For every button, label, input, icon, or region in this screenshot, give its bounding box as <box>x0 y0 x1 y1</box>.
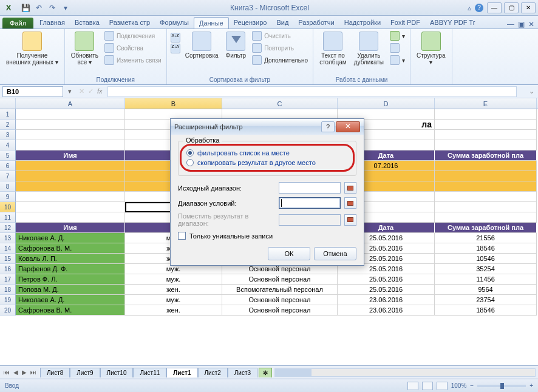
cell[interactable]: 9564 <box>435 285 537 295</box>
pagelayout-view-button[interactable] <box>422 382 433 390</box>
cell[interactable]: 23754 <box>435 295 537 305</box>
ribbon-tab[interactable]: Надстройки <box>339 17 386 29</box>
col-header-D[interactable]: D <box>338 98 435 109</box>
ribbon-tab[interactable]: Главная <box>35 17 70 29</box>
sort-desc-icon[interactable]: Z↓A <box>171 44 180 53</box>
consolidate-button[interactable] <box>389 42 406 53</box>
sheet-tab[interactable]: Лист10 <box>100 368 134 377</box>
cell[interactable]: 23.06.2016 <box>338 295 435 305</box>
ribbon-tab[interactable]: Вставка <box>70 17 104 29</box>
dialog-titlebar[interactable]: Расширенный фильтр ? ✕ <box>171 119 364 135</box>
row-header[interactable]: 7 <box>0 171 16 181</box>
doc-minimize-icon[interactable]: ― <box>507 20 514 29</box>
filter-button[interactable]: Фильтр <box>223 30 249 60</box>
cell[interactable]: муж. <box>125 295 222 305</box>
row-header[interactable]: 8 <box>0 181 16 192</box>
source-range-picker-button[interactable] <box>344 182 356 194</box>
row-header[interactable]: 12 <box>0 223 16 233</box>
edit-links-button[interactable]: Изменить связи <box>103 55 163 66</box>
sheet-tab[interactable]: Лист2 <box>198 368 228 377</box>
row-header[interactable]: 20 <box>0 305 16 316</box>
cell[interactable]: муж. <box>125 274 222 285</box>
sheet-tab[interactable]: Лист11 <box>133 368 166 377</box>
ribbon-tab[interactable]: Foxit PDF <box>386 17 425 29</box>
doc-restore-icon[interactable]: ▣ <box>518 20 525 29</box>
zoom-out-button[interactable]: − <box>470 382 474 389</box>
sort-button[interactable]: Сортировка <box>183 30 221 60</box>
accept-edit-icon[interactable]: ✓ <box>88 87 94 95</box>
clear-filter-button[interactable]: Очистить <box>251 30 309 41</box>
col-header-A[interactable]: A <box>16 98 125 109</box>
sheet-tab[interactable]: Лист8 <box>40 368 70 377</box>
cell[interactable]: Вспомогательный персонал <box>222 285 338 295</box>
cell[interactable]: Николаев А. Д. <box>16 233 125 243</box>
redo-icon[interactable]: ↷ <box>46 2 58 14</box>
ribbon-tab[interactable]: Рецензиро <box>229 17 272 29</box>
sheet-tab[interactable]: Лист9 <box>70 368 100 377</box>
connections-button[interactable]: Подключения <box>103 30 163 41</box>
ok-button[interactable]: ОК <box>268 247 310 260</box>
save-icon[interactable]: 💾 <box>19 2 32 14</box>
cell[interactable]: Коваль Л. П. <box>16 254 125 264</box>
ribbon-tab[interactable]: Разметка стр <box>104 17 155 29</box>
cell[interactable]: жен. <box>125 305 222 316</box>
col-header-B[interactable]: B <box>125 98 222 109</box>
ribbon-tab[interactable]: Данные <box>194 17 229 29</box>
sheet-tab[interactable]: Лист1 <box>166 368 197 377</box>
sheet-tab[interactable]: Лист3 <box>228 368 257 377</box>
pagebreak-view-button[interactable] <box>437 382 448 390</box>
name-box-dropdown-icon[interactable]: ▾ <box>66 87 74 95</box>
row-header[interactable]: 5 <box>0 150 16 161</box>
sort-asc-icon[interactable]: A↓Z <box>171 33 180 42</box>
cell[interactable]: 23.06.2016 <box>338 305 435 316</box>
cell[interactable]: 11456 <box>435 274 537 285</box>
row-header[interactable]: 4 <box>0 140 16 150</box>
sheet-nav-next-icon[interactable]: ▶ <box>21 369 28 376</box>
row-header[interactable]: 19 <box>0 295 16 305</box>
ribbon-tab[interactable]: Разработчи <box>293 17 339 29</box>
ribbon-minimize-icon[interactable]: ▵ <box>468 4 471 12</box>
cancel-button[interactable]: Отмена <box>314 247 356 260</box>
maximize-button[interactable]: ▢ <box>504 2 519 13</box>
qat-dropdown-icon[interactable]: ▾ <box>60 2 72 14</box>
cell[interactable]: 35254 <box>435 264 537 274</box>
dialog-close-button[interactable]: ✕ <box>336 121 360 132</box>
minimize-button[interactable]: ― <box>487 2 502 13</box>
row-header[interactable]: 3 <box>0 130 16 140</box>
reapply-filter-button[interactable]: Повторить <box>251 42 309 53</box>
row-header[interactable]: 1 <box>0 109 16 120</box>
data-validation-button[interactable]: ▾ <box>389 30 406 41</box>
doc-close-icon[interactable]: ✕ <box>528 20 534 29</box>
sheet-nav-first-icon[interactable]: ⏮ <box>2 369 11 376</box>
formula-input[interactable] <box>107 86 517 97</box>
zoom-in-button[interactable]: + <box>529 382 533 389</box>
ribbon-tab[interactable]: Формулы <box>155 17 194 29</box>
cell[interactable]: 18546 <box>435 243 537 254</box>
ribbon-tab[interactable]: ABBYY PDF Tr <box>425 17 480 29</box>
col-header-C[interactable]: C <box>222 98 338 109</box>
radio-filter-inplace[interactable]: фильтровать список на месте <box>186 148 348 158</box>
cell[interactable]: Основной персонал <box>222 305 338 316</box>
advanced-filter-button[interactable]: Дополнительно <box>251 55 309 66</box>
cell[interactable]: 10546 <box>435 254 537 264</box>
row-header[interactable]: 18 <box>0 285 16 295</box>
source-range-input[interactable] <box>279 182 341 194</box>
col-header-E[interactable]: E <box>435 98 537 109</box>
row-header[interactable]: 13 <box>0 233 16 243</box>
whatif-button[interactable]: ▾ <box>389 55 406 66</box>
row-header[interactable]: 15 <box>0 254 16 264</box>
cell[interactable]: 18546 <box>435 305 537 316</box>
row-header[interactable]: 2 <box>0 120 16 130</box>
zoom-level[interactable]: 100% <box>451 382 467 389</box>
row-header[interactable]: 9 <box>0 192 16 202</box>
row-header[interactable]: 17 <box>0 274 16 285</box>
remove-duplicates-button[interactable]: Удалитьдубликаты <box>352 30 386 67</box>
row-header[interactable]: 16 <box>0 264 16 274</box>
cell[interactable]: Сафронова В. М. <box>16 243 125 254</box>
row-header[interactable]: 14 <box>0 243 16 254</box>
cell[interactable]: Основной персонал <box>222 295 338 305</box>
dialog-help-button[interactable]: ? <box>321 121 335 132</box>
cell[interactable]: 21556 <box>435 233 537 243</box>
refresh-all-button[interactable]: Обновитьвсе ▾ <box>69 30 101 67</box>
horizontal-scrollbar[interactable] <box>274 368 536 377</box>
